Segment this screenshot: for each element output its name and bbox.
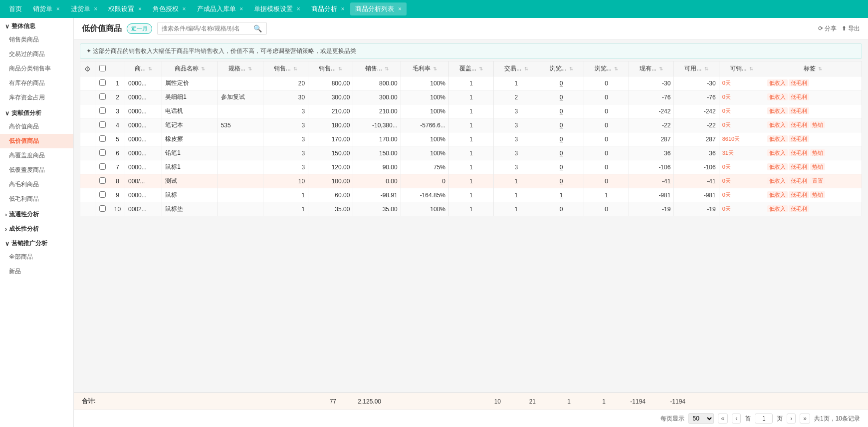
page-input[interactable] <box>755 414 773 424</box>
col-checkbox[interactable] <box>95 61 110 76</box>
col-view2[interactable]: 浏览... ⇅ <box>584 61 629 76</box>
sidebar-item-stock-capital[interactable]: 库存资金占用 <box>0 90 73 105</box>
sidebar-item-high-margin[interactable]: 高毛利商品 <box>0 177 73 192</box>
nav-product-analysis[interactable]: 商品分析 × <box>306 2 350 15</box>
cell-view1[interactable]: 0 <box>539 174 584 188</box>
row-checkbox[interactable] <box>99 135 106 142</box>
share-btn[interactable]: ⟳ 分享 <box>818 24 837 33</box>
table-wrapper[interactable]: ⚙ 商... ⇅ 商品名称 ⇅ 规格... ⇅ 销售... ⇅ 销售... ⇅ … <box>74 61 868 392</box>
col-settings[interactable]: ⚙ <box>80 61 95 76</box>
col-stock1[interactable]: 现有... ⇅ <box>629 61 674 76</box>
search-box[interactable]: 🔍 <box>157 22 267 35</box>
col-sellable[interactable]: 可销... ⇅ <box>719 61 764 76</box>
cell-view1[interactable]: 0 <box>539 202 584 216</box>
settings-icon[interactable]: ⚙ <box>84 65 91 73</box>
last-page-btn[interactable]: » <box>800 414 810 424</box>
nav-product-list-close[interactable]: × <box>398 5 402 12</box>
prev-page-btn[interactable]: ‹ <box>732 414 741 424</box>
row-checkbox[interactable] <box>99 107 106 114</box>
nav-product-analysis-close[interactable]: × <box>341 5 344 12</box>
nav-permission[interactable]: 权限设置 × <box>103 2 147 15</box>
view-link[interactable]: 0 <box>560 94 563 101</box>
col-spec[interactable]: 规格... ⇅ <box>217 61 263 76</box>
view-link[interactable]: 0 <box>560 150 563 157</box>
col-code[interactable]: 商... ⇅ <box>125 61 162 76</box>
col-margin[interactable]: 毛利率 ⇅ <box>401 61 448 76</box>
nav-sales[interactable]: 销货单 × <box>28 2 65 15</box>
export-btn[interactable]: ⬆ 导出 <box>842 24 860 33</box>
row-checkbox[interactable] <box>99 121 106 128</box>
sidebar-item-category-rate[interactable]: 商品分类销售率 <box>0 61 73 76</box>
cell-checkbox[interactable] <box>95 104 110 118</box>
nav-template-close[interactable]: × <box>297 5 300 12</box>
view-link[interactable]: 0 <box>560 136 563 143</box>
cell-view1[interactable]: 0 <box>539 104 584 118</box>
col-stock2[interactable]: 可用... ⇅ <box>674 61 719 76</box>
select-all-checkbox[interactable] <box>99 65 106 71</box>
col-trade[interactable]: 交易... ⇅ <box>494 61 539 76</box>
sidebar-item-sales-products[interactable]: 销售类商品 <box>0 32 73 47</box>
col-view1[interactable]: 浏览... ⇅ <box>539 61 584 76</box>
sidebar-item-new-products[interactable]: 新品 <box>0 264 73 279</box>
view-link[interactable]: 0 <box>560 122 563 129</box>
view-link[interactable]: 0 <box>560 108 563 115</box>
col-qty[interactable]: 销售... ⇅ <box>263 61 308 76</box>
row-checkbox[interactable] <box>99 93 106 100</box>
col-name[interactable]: 商品名称 ⇅ <box>162 61 217 76</box>
cell-view1[interactable]: 0 <box>539 160 584 174</box>
col-coverage[interactable]: 覆盖... ⇅ <box>449 61 494 76</box>
cell-view1[interactable]: 1 <box>539 188 584 202</box>
sidebar-group-contribution[interactable]: ∨ 贡献值分析 <box>0 105 73 119</box>
nav-stock-in[interactable]: 产成品入库单 × <box>192 2 248 15</box>
row-checkbox[interactable] <box>99 79 106 86</box>
view-link[interactable]: 0 <box>560 178 563 185</box>
sidebar-item-high-coverage[interactable]: 高覆盖度商品 <box>0 148 73 163</box>
sidebar-group-overall[interactable]: ∨ 整体信息 <box>0 18 73 32</box>
cell-checkbox[interactable] <box>95 76 110 90</box>
col-tags[interactable]: 标签 ⇅ <box>764 61 862 76</box>
cell-view1[interactable]: 0 <box>539 146 584 160</box>
row-checkbox[interactable] <box>99 205 106 212</box>
nav-purchase-close[interactable]: × <box>94 5 97 12</box>
cell-checkbox[interactable] <box>95 146 110 160</box>
row-checkbox[interactable] <box>99 177 106 184</box>
nav-purchase[interactable]: 进货单 × <box>66 2 103 15</box>
cell-view1[interactable]: 0 <box>539 118 584 132</box>
nav-role-close[interactable]: × <box>183 5 186 12</box>
nav-home[interactable]: 首页 <box>4 2 27 15</box>
nav-sales-close[interactable]: × <box>56 5 60 12</box>
cell-checkbox[interactable] <box>95 132 110 146</box>
nav-stock-in-close[interactable]: × <box>239 5 243 12</box>
nav-permission-close[interactable]: × <box>138 5 142 12</box>
col-sale2[interactable]: 销售... ⇅ <box>353 61 401 76</box>
sidebar-item-stock-products[interactable]: 有库存的商品 <box>0 76 73 90</box>
next-page-btn[interactable]: › <box>787 414 796 424</box>
sidebar-item-low-value[interactable]: 低价值商品 <box>0 134 73 148</box>
sidebar-group-growth[interactable]: › 成长性分析 <box>0 221 73 235</box>
time-filter-btn[interactable]: 近一月 <box>127 23 152 34</box>
sidebar-item-all-products[interactable]: 全部商品 <box>0 250 73 264</box>
cell-view1[interactable]: 0 <box>539 76 584 90</box>
view-link[interactable]: 0 <box>560 80 563 87</box>
sidebar-group-marketing[interactable]: ∨ 营销推广分析 <box>0 235 73 250</box>
cell-view1[interactable]: 0 <box>539 90 584 104</box>
nav-template[interactable]: 单据模板设置 × <box>249 2 305 15</box>
nav-role[interactable]: 角色授权 × <box>148 2 191 15</box>
row-checkbox[interactable] <box>99 191 106 198</box>
nav-product-list[interactable]: 商品分析列表 × <box>350 2 407 15</box>
cell-checkbox[interactable] <box>95 188 110 202</box>
cell-checkbox[interactable] <box>95 160 110 174</box>
sidebar-item-high-value[interactable]: 高价值商品 <box>0 119 73 134</box>
search-input[interactable] <box>162 25 251 32</box>
cell-checkbox[interactable] <box>95 118 110 132</box>
cell-checkbox[interactable] <box>95 202 110 216</box>
cell-checkbox[interactable] <box>95 174 110 188</box>
sidebar-item-low-margin[interactable]: 低毛利商品 <box>0 192 73 206</box>
col-sale1[interactable]: 销售... ⇅ <box>308 61 353 76</box>
view-link[interactable]: 1 <box>560 192 563 199</box>
first-page-btn[interactable]: « <box>718 414 728 424</box>
row-checkbox[interactable] <box>99 163 106 170</box>
cell-view1[interactable]: 0 <box>539 132 584 146</box>
view-link[interactable]: 0 <box>560 206 563 213</box>
sidebar-item-traded-products[interactable]: 交易过的商品 <box>0 47 73 61</box>
